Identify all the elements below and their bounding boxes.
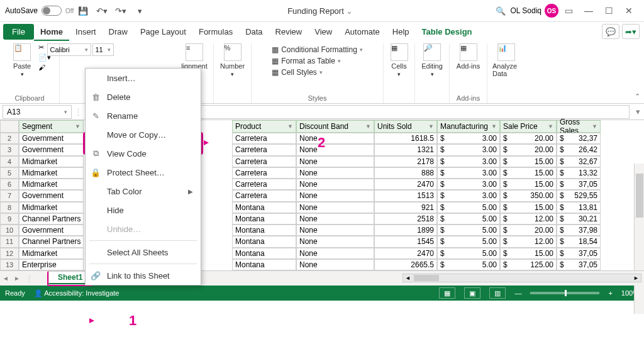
cell-product[interactable]: Carretera (232, 144, 296, 155)
editing-button[interactable]: 🔎Editing▾ (418, 43, 446, 77)
cell-units[interactable]: 1545 (374, 236, 437, 247)
row-header[interactable]: 3 (0, 144, 19, 155)
cell-price[interactable]: $125.00 (500, 259, 557, 270)
cell-discount[interactable]: None (296, 225, 374, 236)
undo-button[interactable]: ↶▾ (94, 3, 109, 18)
row-header[interactable]: 9 (0, 213, 19, 225)
formula-expand[interactable]: ▾ (632, 107, 644, 116)
cell-gross[interactable]: $32,67 (557, 156, 601, 167)
cell-gross[interactable]: $32,37 (557, 133, 601, 144)
cell-units[interactable]: 2470 (374, 248, 437, 259)
column-header-Product[interactable]: Product▼ (232, 120, 296, 133)
cell-discount[interactable]: None (296, 202, 374, 213)
cell-discount[interactable]: None (296, 259, 374, 270)
ribbon-tab-automate[interactable]: Automate (338, 24, 386, 41)
addins-button[interactable]: ▦Add-ins (455, 43, 482, 70)
cell-segment[interactable]: Government (19, 225, 84, 236)
cell-price[interactable]: $350.00 (500, 190, 557, 201)
row-header[interactable]: 12 (0, 248, 19, 259)
cell-product[interactable]: Montana (232, 248, 296, 259)
cell-price[interactable]: $12.00 (500, 236, 557, 247)
minimize-button[interactable]: — (579, 3, 599, 18)
view-break-button[interactable]: ▥ (489, 287, 506, 299)
cell-mfg[interactable]: $3.00 (437, 190, 500, 201)
cell-product[interactable]: Carretera (232, 133, 296, 144)
horizontal-scrollbar[interactable]: ◄► (402, 274, 641, 282)
cell-product[interactable]: Carretera (232, 179, 296, 190)
cell-discount[interactable]: None (296, 248, 374, 259)
cell-units[interactable]: 1513 (374, 190, 437, 201)
row-header[interactable]: 5 (0, 167, 19, 179)
cell-mfg[interactable]: $5.00 (437, 259, 500, 270)
cell-price[interactable]: $15.00 (500, 156, 557, 167)
cell-units[interactable]: 1618.5 (374, 133, 437, 144)
cell-gross[interactable]: $13,32 (557, 167, 601, 179)
column-header-Manufacturing[interactable]: Manufacturing▼ (437, 120, 500, 133)
cell-gross[interactable]: $37,05 (557, 179, 601, 190)
qat-dropdown[interactable]: ▾ (132, 3, 147, 18)
ribbon-tab-draw[interactable]: Draw (103, 24, 134, 41)
column-header-Discount Band[interactable]: Discount Band▼ (296, 120, 374, 133)
cell-segment[interactable]: Government (19, 144, 84, 155)
column-header-Gross Sales[interactable]: Gross Sales▼ (557, 120, 601, 133)
cell-units[interactable]: 1899 (374, 225, 437, 236)
ribbon-tab-formulas[interactable]: Formulas (192, 24, 239, 41)
cell-price[interactable]: $15.00 (500, 179, 557, 190)
cell-units[interactable]: 2518 (374, 213, 437, 225)
cell-segment[interactable]: Government (19, 190, 84, 201)
cell-gross[interactable]: $37,98 (557, 225, 601, 236)
cell-mfg[interactable]: $3.00 (437, 144, 500, 155)
sheet-nav-prev[interactable]: ◄ (0, 275, 11, 282)
cell-units[interactable]: 888 (374, 167, 437, 179)
maximize-button[interactable]: ☐ (599, 3, 619, 18)
row-header[interactable]: 6 (0, 179, 19, 190)
cell-segment[interactable]: Channel Partners (19, 236, 84, 247)
ribbon-tab-data[interactable]: Data (239, 24, 269, 41)
cell-gross[interactable]: $529,55 (557, 190, 601, 201)
cell-mfg[interactable]: $5.00 (437, 225, 500, 236)
cell-segment[interactable]: Midmarket (19, 248, 84, 259)
conditional-formatting-button[interactable]: ▦Conditional Formatting ▾ (272, 45, 363, 55)
cell-gross[interactable]: $13,81 (557, 202, 601, 213)
paste-button[interactable]: 📋Paste▾ (8, 43, 36, 77)
ctx-view-code[interactable]: ⧉View Code (86, 144, 201, 163)
cell-product[interactable]: Montana (232, 225, 296, 236)
view-page-button[interactable]: ▣ (464, 287, 480, 299)
cell-price[interactable]: $12.00 (500, 213, 557, 225)
cell-mfg[interactable]: $3.00 (437, 167, 500, 179)
cell-segment[interactable]: Enterprise (19, 259, 84, 270)
cell-discount[interactable]: None (296, 144, 374, 155)
cell-units[interactable]: 2665.5 (374, 259, 437, 270)
row-header[interactable]: 13 (0, 259, 19, 270)
cell-discount[interactable]: None (296, 190, 374, 201)
ctx-select-all-sheets[interactable]: Select All Sheets (86, 243, 201, 262)
vertical-scrollbar[interactable] (634, 164, 644, 314)
cell-segment[interactable]: Midmarket (19, 179, 84, 190)
column-header-Segment[interactable]: Segment▼ (19, 120, 84, 133)
view-normal-button[interactable]: ▦ (439, 287, 455, 299)
ctx-rename[interactable]: ✎Rename (86, 106, 201, 125)
cell-gross[interactable]: $37,05 (557, 248, 601, 259)
cells-button[interactable]: ▦Cells▾ (386, 43, 413, 77)
ribbon-tab-table-design[interactable]: Table Design (416, 24, 479, 41)
row-header[interactable]: 7 (0, 190, 19, 201)
column-header-Units Sold[interactable]: Units Sold▼ (374, 120, 437, 133)
row-header[interactable]: 10 (0, 225, 19, 236)
cell-product[interactable]: Montana (232, 259, 296, 270)
cell-discount[interactable]: None (296, 236, 374, 247)
ribbon-tab-page-layout[interactable]: Page Layout (134, 24, 192, 41)
ctx-protect-sheet[interactable]: 🔒Protect Sheet… (86, 163, 201, 182)
cell-gross[interactable]: $18,54 (557, 236, 601, 247)
zoom-slider[interactable] (530, 292, 599, 294)
avatar[interactable]: OS (545, 4, 558, 18)
cell-price[interactable]: $15.00 (500, 202, 557, 213)
cell-gross[interactable]: $30,21 (557, 213, 601, 225)
font-selector[interactable]: Calibri▾ (47, 43, 91, 56)
autosave-toggle[interactable] (42, 6, 62, 16)
cell-gross[interactable]: $37,05 (557, 259, 601, 270)
ctx-tab-color[interactable]: Tab Color▶ (86, 182, 201, 201)
cell-price[interactable]: $20.00 (500, 225, 557, 236)
save-icon[interactable]: 💾 (75, 3, 91, 18)
ribbon-mode-button[interactable]: ▭ (558, 3, 579, 18)
cell-price[interactable]: $15.00 (500, 167, 557, 179)
